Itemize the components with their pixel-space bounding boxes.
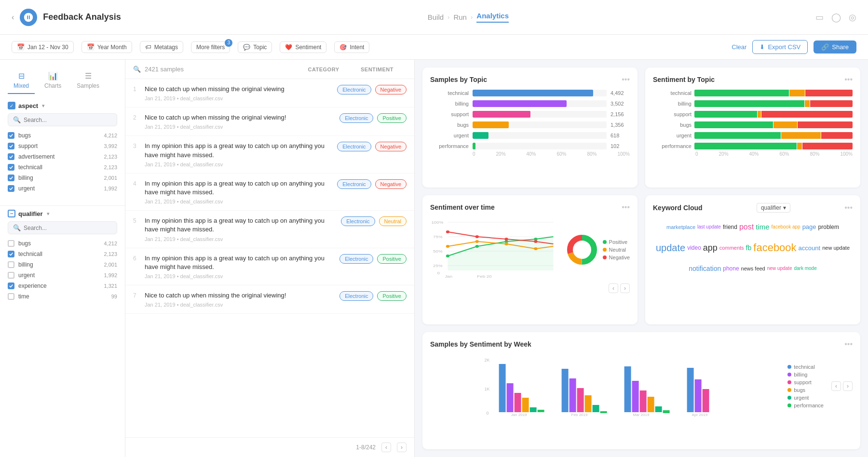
tab-samples[interactable]: ☰ Samples <box>71 67 105 94</box>
qualifier-check[interactable] <box>8 261 14 268</box>
aspect-item[interactable]: billing 2,001 <box>8 173 117 183</box>
prev-time-button[interactable]: ‹ <box>609 283 618 293</box>
aspect-check[interactable] <box>8 164 14 171</box>
table-row[interactable]: 5 In my opinion this app is a great way … <box>125 211 414 248</box>
back-button[interactable]: ‹ <box>12 13 14 22</box>
sentiment-filter[interactable]: ❤️ Sentiment <box>280 41 326 53</box>
topic-value: 3,502 <box>610 101 630 107</box>
aspect-item[interactable]: bugs 4,212 <box>8 130 117 141</box>
qualifier-check[interactable] <box>8 240 14 247</box>
qualifier-item[interactable]: time 99 <box>8 291 117 302</box>
keyword-word[interactable]: fb <box>746 244 752 252</box>
aspect-item[interactable]: support 3,992 <box>8 141 117 151</box>
week-legend-label: urgent <box>794 395 809 401</box>
aspect-check[interactable] <box>8 132 14 139</box>
share-button[interactable]: 🔗 Share <box>814 40 856 54</box>
qualifier-item[interactable]: technicall 2,123 <box>8 249 117 259</box>
nav-build[interactable]: Build <box>428 13 444 21</box>
nav-run[interactable]: Run <box>453 13 467 21</box>
prev-week-button[interactable]: ‹ <box>831 381 841 391</box>
keyword-word[interactable]: marketplace <box>666 224 695 230</box>
keyword-word[interactable]: facebook <box>753 242 796 254</box>
aspect-checkbox[interactable]: ✓ <box>8 102 15 109</box>
qualifier-checkbox[interactable]: − <box>8 210 15 217</box>
keyword-word[interactable]: page <box>802 223 816 230</box>
sentiment-by-topic-menu[interactable]: ••• <box>844 75 853 84</box>
aspect-item[interactable]: technicall 2,123 <box>8 162 117 173</box>
keyword-cloud-menu[interactable]: ••• <box>844 203 853 212</box>
table-row[interactable]: 2 Nice to catch up when missing the orig… <box>125 108 414 136</box>
tab-mixed[interactable]: ⊟ Mixed <box>8 67 35 94</box>
qualifier-search[interactable]: 🔍 <box>8 221 117 234</box>
qualifier-item[interactable]: urgent 1,992 <box>8 270 117 281</box>
table-row[interactable]: 3 In my opinion this app is a great way … <box>125 136 414 173</box>
sent-bar-wrap <box>694 143 853 149</box>
qualifier-check[interactable] <box>8 282 14 289</box>
metatags-filter[interactable]: 🏷 Metatags <box>140 41 183 53</box>
keyword-word[interactable]: phone <box>723 265 739 272</box>
aspect-check[interactable] <box>8 175 14 181</box>
qualifier-search-input[interactable] <box>24 225 112 231</box>
qualifier-item[interactable]: bugs 4,212 <box>8 238 117 249</box>
qualifier-item[interactable]: experience 1,321 <box>8 281 117 291</box>
clear-button[interactable]: Clear <box>732 43 746 51</box>
prev-page-button[interactable]: ‹ <box>381 443 391 452</box>
keyword-word[interactable]: problem <box>818 224 839 230</box>
tab-mixed-label: Mixed <box>14 82 29 89</box>
table-row[interactable]: 7 Nice to catch up when missing the orig… <box>125 285 414 314</box>
keyword-word[interactable]: app <box>703 243 718 253</box>
table-row[interactable]: 4 In my opinion this app is a great way … <box>125 174 414 211</box>
aspect-search[interactable]: 🔍 <box>8 113 117 126</box>
export-icon: ⬇ <box>760 43 765 51</box>
copy-icon[interactable]: ▭ <box>815 12 824 23</box>
qualifier-check[interactable] <box>8 251 14 257</box>
next-time-button[interactable]: › <box>620 283 630 293</box>
year-month-filter[interactable]: 📅 Year Month <box>81 41 132 53</box>
keyword-word[interactable]: notification <box>689 265 721 272</box>
table-row[interactable]: 1 Nice to catch up when missing the orig… <box>125 79 414 108</box>
keyword-word[interactable]: account <box>799 244 821 252</box>
aspect-item[interactable]: urgent 1,992 <box>8 183 117 194</box>
keyword-word[interactable]: post <box>739 223 754 231</box>
samples-by-topic-menu[interactable]: ••• <box>622 75 630 84</box>
keyword-word[interactable]: facebook app <box>772 224 800 229</box>
nav-analytics[interactable]: Analytics <box>476 12 509 23</box>
keyword-word[interactable]: news feed <box>741 266 765 271</box>
next-page-button[interactable]: › <box>397 443 407 452</box>
next-week-button[interactable]: › <box>843 381 853 391</box>
topic-filter[interactable]: 💬 Topic <box>238 41 272 53</box>
table-row[interactable]: 6 In my opinion this app is a great way … <box>125 248 414 285</box>
row-content: Nice to catch up when missing the origin… <box>145 113 336 130</box>
user-icon[interactable]: ◎ <box>849 12 856 23</box>
keyword-word[interactable]: friend <box>723 224 737 230</box>
qualifier-header[interactable]: − qualifier ▾ <box>8 210 117 217</box>
aspect-check[interactable] <box>8 153 14 160</box>
date-range-filter[interactable]: 📅 Jan 12 - Nov 30 <box>12 41 74 53</box>
export-button[interactable]: ⬇ Export CSV <box>752 40 808 54</box>
more-filters[interactable]: More filters 3 <box>191 41 230 53</box>
sent-axis: 020%40%60%80%100% <box>653 151 853 157</box>
samples-by-week-menu[interactable]: ••• <box>844 340 853 349</box>
aspect-check[interactable] <box>8 143 14 149</box>
sentiment-over-time-menu[interactable]: ••• <box>622 203 630 212</box>
keyword-word[interactable]: new update <box>767 266 792 271</box>
aspect-check[interactable] <box>8 185 14 192</box>
aspect-search-input[interactable] <box>24 117 112 123</box>
qualifier-item[interactable]: billing 2,001 <box>8 259 117 270</box>
qualifier-check[interactable] <box>8 272 14 279</box>
settings-icon[interactable]: ◯ <box>831 12 841 23</box>
keyword-word[interactable]: time <box>756 223 769 231</box>
keyword-word[interactable]: video <box>687 244 701 251</box>
keyword-word[interactable]: update <box>656 242 685 254</box>
aspect-item[interactable]: advertisement 2,123 <box>8 151 117 162</box>
topic-value: 618 <box>610 133 630 138</box>
keyword-word[interactable]: comments <box>719 245 744 251</box>
intent-filter[interactable]: 🎯 Intent <box>334 41 369 53</box>
tab-charts[interactable]: 📊 Charts <box>39 67 67 94</box>
keyword-word[interactable]: last update <box>697 224 721 229</box>
qualifier-check[interactable] <box>8 293 14 300</box>
keyword-word[interactable]: dark mode <box>794 266 816 271</box>
keyword-dropdown[interactable]: qualifier ▾ <box>757 203 790 213</box>
keyword-word[interactable]: new update <box>822 245 850 251</box>
aspect-header[interactable]: ✓ aspect ▾ <box>8 102 117 109</box>
